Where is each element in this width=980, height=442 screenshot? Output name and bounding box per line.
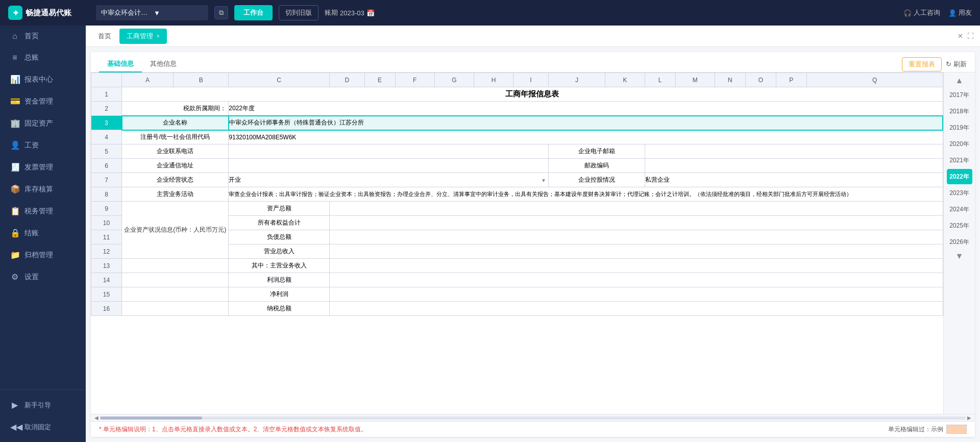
year-item-2021[interactable]: 2021年 [947,153,972,168]
sidebar-label-closing: 结账 [24,229,39,238]
sidebar-item-tax[interactable]: 📋 税务管理 [0,200,86,222]
col-header-h[interactable]: H [474,73,513,87]
col-header-l[interactable]: L [645,73,675,87]
company-selector[interactable]: 中审众环会计师事务所（特殊普通合伙… ▼ [96,5,208,20]
title-cell[interactable]: 工商年报信息表 [122,87,943,102]
col-header-q[interactable]: Q [806,73,943,87]
phone-value-cell[interactable] [229,144,549,159]
col-header-a[interactable]: A [122,73,174,87]
scroll-track[interactable] [100,416,966,420]
tab-home[interactable]: 首页 [92,28,117,45]
year-item-2024[interactable]: 2024年 [947,202,972,217]
col-header-b[interactable]: B [174,73,229,87]
year-panel-down[interactable]: ▼ [948,250,971,262]
sub-tab-basic-label: 基础信息 [107,60,134,67]
sub-tab-other[interactable]: 其他信息 [142,56,185,72]
sidebar-item-finance[interactable]: 💳 资金管理 [0,90,86,112]
table-row: 7 企业经营状态 开业 ▼ 企业控股情况 私营企业 [91,173,943,187]
row-num-2: 2 [91,102,122,116]
year-item-2023[interactable]: 2023年 [947,185,972,201]
status-value-cell[interactable]: 开业 ▼ [229,173,549,187]
row-num-12: 12 [91,244,122,259]
period-value-cell[interactable]: 2022年度 [229,102,943,116]
control-value-cell[interactable]: 私营企业 [645,173,943,187]
col-header-d[interactable]: D [329,73,364,87]
col-header-j[interactable]: J [548,73,605,87]
company-name: 中审众环会计师事务所（特殊普通合伙… [101,8,151,17]
period-text: 账期 [325,8,338,17]
window-expand-icon[interactable]: ⛶ [967,32,974,40]
period-value: 2023-03 [340,9,364,17]
topbar-right: 🎧 人工咨询 👤 用友 [903,8,972,17]
year-item-2018[interactable]: 2018年 [947,104,972,119]
addr-value-cell[interactable] [229,159,549,173]
sidebar-item-archive[interactable]: 📁 归档管理 [0,244,86,266]
workbench-button[interactable]: 工作台 [234,5,273,20]
sidebar-item-settings[interactable]: ⚙ 设置 [0,266,86,288]
year-item-2017[interactable]: 2017年 [947,87,972,103]
tab-close-icon[interactable]: × [156,33,160,40]
revenue-value[interactable] [329,244,943,259]
scroll-thumb[interactable] [100,416,202,420]
sidebar-item-home[interactable]: ⌂ 首页 [0,26,86,47]
service-button[interactable]: 🎧 人工咨询 [903,8,940,17]
profit-value[interactable] [329,273,943,287]
sidebar-item-ledger[interactable]: ≡ 总账 [0,47,86,68]
sidebar-label-invoice: 发票管理 [24,163,53,172]
col-header-i[interactable]: I [513,73,549,87]
year-panel-up[interactable]: ▲ [948,75,971,87]
sidebar-item-newbie[interactable]: ▶ 新手引导 [0,394,86,416]
sidebar-item-reports[interactable]: 📊 报表中心 [0,68,86,90]
sidebar-item-invoice[interactable]: 🧾 发票管理 [0,156,86,178]
company-value-cell[interactable]: 中审众环会计师事务所（特殊普通合伙）江苏分所 [229,116,943,130]
total-assets-value[interactable] [329,202,943,216]
user-icon: 👤 [948,9,957,17]
calendar-icon[interactable]: 📅 [366,9,375,17]
col-header-o[interactable]: O [745,73,776,87]
copy-button[interactable]: ⧉ [214,6,228,19]
col-header-k[interactable]: K [605,73,645,87]
sidebar: ⌂ 首页 ≡ 总账 📊 报表中心 💳 资金管理 🏢 固定资产 👤 工资 [0,26,86,442]
year-item-2020[interactable]: 2020年 [947,136,972,152]
email-value-cell[interactable] [645,144,943,159]
col-header-f[interactable]: F [395,73,434,87]
col-header-p[interactable]: P [776,73,806,87]
year-item-2022[interactable]: 2022年 [947,169,972,184]
regcode-value-cell[interactable]: 91320100MA208E5W6K [229,130,943,144]
scroll-right-icon[interactable]: ▶ [966,414,973,422]
sidebar-label-finance: 资金管理 [24,97,53,106]
refresh-button[interactable]: ↻ 刷新 [946,60,967,69]
year-item-2026[interactable]: 2026年 [947,234,972,250]
sidebar-item-closing[interactable]: 🔒 结账 [0,222,86,244]
spreadsheet-table: A B C D E F G H I J K L [91,72,943,316]
col-header-m[interactable]: M [675,73,715,87]
sheet-main[interactable]: A B C D E F G H I J K L [91,72,943,414]
sidebar-item-unpin[interactable]: ◀◀ 取消固定 [0,416,86,438]
sub-tab-basic[interactable]: 基础信息 [99,56,142,72]
tab-gongshang[interactable]: 工商管理 × [119,29,167,44]
main-revenue-value[interactable] [329,259,943,273]
ledger-icon: ≡ [10,53,19,62]
tax-total-value[interactable] [329,302,943,316]
col-header-c[interactable]: C [229,73,330,87]
sidebar-item-assets[interactable]: 🏢 固定资产 [0,112,86,134]
col-header-n[interactable]: N [715,73,745,87]
sidebar-item-inventory[interactable]: 📦 库存核算 [0,178,86,200]
col-header-e[interactable]: E [364,73,395,87]
scroll-left-icon[interactable]: ◀ [93,414,100,422]
postcode-value-cell[interactable] [645,159,943,173]
biz-value-cell[interactable]: 审查企业会计报表；出具审计报告；验证企业资本；出具验资报告；办理企业合并、分立、… [229,187,943,202]
table-row: 6 企业通信地址 邮政编码 [91,159,943,173]
scroll-bar[interactable]: ◀ ▶ [91,414,975,421]
year-item-2019[interactable]: 2019年 [947,120,972,135]
window-close-icon[interactable]: ✕ [958,32,963,40]
net-profit-value[interactable] [329,287,943,302]
col-header-g[interactable]: G [434,73,474,87]
equity-value[interactable] [329,216,943,230]
sidebar-item-payroll[interactable]: 👤 工资 [0,134,86,156]
reset-button[interactable]: 重置报表 [902,57,942,71]
liabilities-value[interactable] [329,230,943,244]
user-button[interactable]: 👤 用友 [948,8,972,17]
year-item-2025[interactable]: 2025年 [947,218,972,233]
old-version-button[interactable]: 切到旧版 [279,5,318,20]
